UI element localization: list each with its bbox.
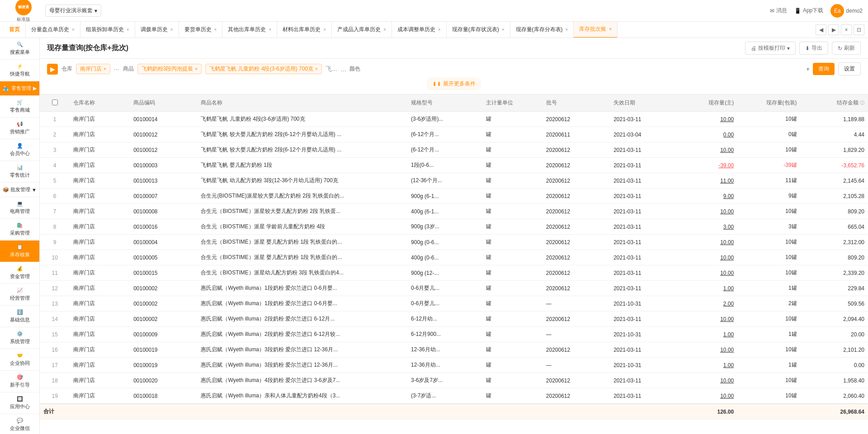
expand-btn[interactable]: ⬇⬇ 展开更多条件: [427, 77, 481, 90]
user-avatar-btn[interactable]: Ea demo2: [830, 4, 863, 18]
close-icon[interactable]: ×: [127, 27, 129, 32]
tab-diaob[interactable]: 调拨单历史 ×: [135, 22, 179, 38]
warehouse-remove[interactable]: ×: [104, 66, 106, 71]
sidebar-item-purchase[interactable]: 🛍️ 采购管理: [0, 219, 39, 241]
cell-balance: 20.00: [801, 327, 868, 342]
product-remove-2[interactable]: ×: [315, 66, 318, 71]
sidebar-label: 搜索菜单: [10, 49, 30, 56]
cell-name: 惠氏启赋（Wyeth illuma）1段奶粉 爱尔兰进口 0-6月婴...: [197, 296, 407, 311]
cell-name: 合生元（BIOSTIME）派星幼儿配方奶粉 3段 乳铁蛋白的4...: [197, 265, 407, 281]
cell-batch: —: [542, 327, 610, 342]
col-stock-pkg-header: 现存量(包装): [737, 94, 800, 112]
sidebar-item-appcenter[interactable]: 🔲 应用中心: [0, 392, 39, 414]
table-row: 3 南岸门店 00100012 飞鹤星飞帆 较大婴儿配方奶粉 2段(6-12个月…: [40, 142, 868, 158]
tab-zuzhuang[interactable]: 组装拆卸单历史 ×: [80, 22, 135, 38]
product-remove-1[interactable]: ×: [195, 66, 198, 71]
guide-icon: 🎯: [17, 374, 23, 380]
cell-balance: 1,829.20: [801, 142, 868, 158]
message-label: 消息: [776, 7, 787, 14]
select-all-checkbox[interactable]: [52, 99, 58, 105]
cell-code: 00100007: [130, 189, 197, 204]
sidebar-item-wechat[interactable]: 💬 企业微信: [0, 414, 39, 434]
col-checkbox: [40, 94, 70, 112]
tab-yaohuo[interactable]: 要货单历史 ×: [179, 22, 223, 38]
close-icon[interactable]: ×: [383, 27, 386, 32]
cell-code: 00100018: [130, 388, 197, 404]
tab-prev-btn[interactable]: ◀: [816, 24, 826, 35]
tab-menu-btn[interactable]: ⊡: [854, 24, 864, 35]
cell-expire: 2021-03-11: [610, 219, 677, 235]
tab-kcfb[interactable]: 现存量(库存分布表) ×: [510, 22, 574, 38]
sidebar-item-management[interactable]: 📈 经营管理: [0, 284, 39, 306]
sidebar-item-mall[interactable]: 🛒 零售商城: [0, 96, 39, 118]
tab-home[interactable]: 首页: [4, 22, 26, 38]
sidebar-item-collab[interactable]: 🤝 企业协同: [0, 349, 39, 371]
cell-spec: 400g (0-6...: [407, 250, 482, 265]
sidebar-item-retail-stats[interactable]: 📊 零售统计: [0, 161, 39, 183]
cell-balance: 2,060.40: [801, 388, 868, 404]
tab-kczt[interactable]: 现存量(库存状况表) ×: [447, 22, 510, 38]
app-download-btn[interactable]: 📱 App下载: [794, 7, 823, 14]
data-table: 仓库名称 商品编码 商品名称 规格型号 主计量单位 批号 失效日期 现存量(主)…: [40, 94, 868, 420]
sidebar-item-system[interactable]: ⚙️ 系统管理: [0, 327, 39, 349]
tab-kcpici[interactable]: 库存批次账 ×: [574, 22, 618, 38]
query-btn[interactable]: 查询: [813, 63, 835, 75]
cell-warehouse: 南岸门店: [70, 204, 130, 219]
filter-arrow-btn[interactable]: ▶: [47, 64, 58, 75]
cell-stock-main: 3.00: [677, 219, 737, 235]
sidebar-item-finance[interactable]: 💰 资金管理: [0, 262, 39, 284]
export-btn[interactable]: ⬇ 导出: [799, 42, 828, 55]
sidebar-label: 营销推广: [10, 128, 30, 135]
sidebar-item-quicknav[interactable]: ⚡ 快捷导航: [0, 60, 39, 81]
tab-ccrk[interactable]: 产成品入库单历史 ×: [332, 22, 392, 38]
close-icon[interactable]: ×: [566, 27, 568, 32]
tab-cbtz[interactable]: 成本调整单历史 ×: [392, 22, 447, 38]
close-icon[interactable]: ×: [72, 27, 75, 32]
refresh-btn[interactable]: ↻ 刷新: [832, 42, 861, 55]
table-row: 12 南岸门店 00100002 惠氏启赋（Wyeth illuma）1段奶粉 …: [40, 281, 868, 296]
tab-close-btn[interactable]: ×: [841, 24, 852, 35]
sidebar-item-marketing[interactable]: 📢 营销推广: [0, 118, 39, 139]
close-icon[interactable]: ×: [438, 27, 441, 32]
table-row: 9 南岸门店 00100004 合生元（BIOSTIME）派星 婴儿配方奶粉 1…: [40, 235, 868, 250]
sidebar-item-guide[interactable]: 🎯 新手引导: [0, 371, 39, 392]
tab-clck[interactable]: 材料出库单历史 ×: [277, 22, 332, 38]
message-btn[interactable]: ✉ 消息: [770, 7, 787, 14]
sidebar-item-retail[interactable]: 🏪 零售管理 ▶: [0, 81, 39, 96]
cell-spec: 900g (0-6...: [407, 235, 482, 250]
close-icon[interactable]: ×: [269, 27, 271, 32]
refresh-label: 刷新: [844, 44, 855, 52]
close-icon[interactable]: ×: [214, 27, 217, 32]
cell-unit: 罐: [482, 173, 542, 189]
sidebar-item-search[interactable]: 🔍 搜索菜单: [0, 38, 39, 60]
print-btn[interactable]: 🖨 按模板打印 ▾: [745, 42, 796, 55]
cell-unit: 罐: [482, 296, 542, 311]
product-tag-1[interactable]: 飞鹤奶粉3段丙泡提装 ×: [137, 64, 202, 74]
cell-batch: 20200612: [542, 281, 610, 296]
info-icon[interactable]: ⓘ: [860, 100, 864, 105]
row-num: 16: [40, 342, 70, 358]
tab-qtck[interactable]: 其他出库单历史 ×: [222, 22, 277, 38]
cell-stock-main: 10.00: [677, 373, 737, 388]
sidebar-item-ecommerce[interactable]: 💻 电商管理: [0, 197, 39, 219]
company-selector[interactable]: 母婴行业演示账套 ▾: [45, 5, 101, 17]
cell-batch: 20200612: [542, 158, 610, 173]
close-icon[interactable]: ×: [170, 27, 173, 32]
warehouse-tag[interactable]: 南岸门店 ×: [76, 64, 110, 74]
sidebar-item-basic[interactable]: ℹ️ 基础信息: [0, 306, 39, 327]
cell-unit: 罐: [482, 142, 542, 158]
tab-next-btn[interactable]: ▶: [828, 24, 839, 35]
cell-balance: 2,339.20: [801, 265, 868, 281]
cell-warehouse: 南岸门店: [70, 342, 130, 358]
cell-stock-pkg: 9罐: [737, 189, 800, 204]
close-icon[interactable]: ×: [323, 27, 326, 32]
sidebar-item-member[interactable]: 👤 会员中心: [0, 139, 39, 161]
close-icon[interactable]: ×: [502, 27, 505, 32]
cell-spec: 400g (6-1...: [407, 204, 482, 219]
sidebar-item-wholesale[interactable]: 📦 批发管理 ▼: [0, 183, 39, 197]
settings-btn[interactable]: 设置: [838, 62, 861, 75]
product-tag-2[interactable]: 飞鹤星飞帆 儿童奶粉 4段(3-6岁适用) 700克 ×: [205, 64, 322, 74]
tab-fenliangpandian[interactable]: 分量盘点单历史 ×: [26, 22, 80, 38]
sidebar-item-inventory[interactable]: 📋 库存核算: [0, 241, 39, 262]
close-icon[interactable]: ×: [609, 27, 612, 32]
